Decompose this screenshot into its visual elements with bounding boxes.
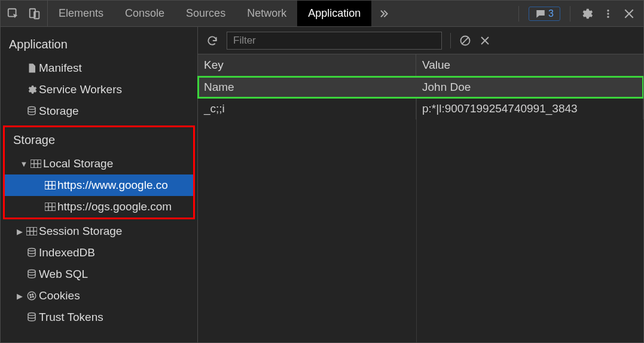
svg-point-30 xyxy=(28,313,35,316)
sidebar-item-label: https://www.google.co xyxy=(57,179,168,192)
sidebar-item-trust-tokens[interactable]: Trust Tokens xyxy=(1,307,197,328)
svg-point-25 xyxy=(28,292,36,300)
gear-icon[interactable] xyxy=(580,7,593,20)
svg-point-26 xyxy=(30,295,31,296)
device-toggle-icon[interactable] xyxy=(28,7,41,20)
chevron-right-icon: ▶ xyxy=(15,227,25,236)
sidebar-item-label: https://ogs.google.com xyxy=(57,200,172,213)
sidebar-item-label: Local Storage xyxy=(43,157,113,170)
sidebar-item-label: Service Workers xyxy=(39,83,122,96)
section-storage: Storage xyxy=(5,127,193,153)
cookie-icon xyxy=(25,290,39,301)
grid-icon xyxy=(43,203,57,211)
storage-content: Key Value Name John Doe _c;;i p:*|l:9007… xyxy=(198,27,643,342)
devtools-topbar: Elements Console Sources Network Applica… xyxy=(1,1,643,27)
chevron-right-icon: ▶ xyxy=(15,292,25,301)
topbar-right-icons: 3 xyxy=(510,1,643,26)
sidebar-item-cookies[interactable]: ▶ Cookies xyxy=(1,285,197,307)
tab-application[interactable]: Application xyxy=(297,1,371,26)
storage-table: Key Value Name John Doe _c;;i p:*|l:9007… xyxy=(198,54,643,342)
svg-point-24 xyxy=(28,270,35,273)
svg-point-23 xyxy=(28,249,35,252)
tab-sources[interactable]: Sources xyxy=(175,1,236,26)
svg-point-3 xyxy=(607,10,609,11)
sidebar-item-session-storage[interactable]: ▶ Session Storage xyxy=(1,220,197,242)
svg-point-4 xyxy=(607,13,609,14)
chat-icon xyxy=(535,8,546,19)
sidebar-item-storage[interactable]: Storage xyxy=(1,100,197,122)
sidebar-item-local-storage[interactable]: ▼ Local Storage xyxy=(5,153,193,174)
database-icon xyxy=(25,106,39,117)
kebab-icon[interactable] xyxy=(603,7,614,20)
section-application: Application xyxy=(1,27,197,57)
sidebar-item-label: Trust Tokens xyxy=(39,311,103,324)
content-toolbar xyxy=(198,27,643,54)
grid-icon xyxy=(29,160,43,168)
tab-elements[interactable]: Elements xyxy=(48,1,114,26)
table-row[interactable]: _c;;i p:*|l:9007199254740991_3843 xyxy=(198,98,643,120)
gear-small-icon xyxy=(25,84,39,95)
svg-point-27 xyxy=(32,294,33,295)
grid-icon xyxy=(43,181,57,189)
svg-point-29 xyxy=(32,296,33,298)
sidebar-item-ls-origin-google[interactable]: https://www.google.co xyxy=(5,174,193,196)
inspect-icon[interactable] xyxy=(7,7,20,20)
sidebar-item-service-workers[interactable]: Service Workers xyxy=(1,79,197,100)
grid-icon xyxy=(25,227,39,235)
highlight-red-box: Storage ▼ Local Storage https://www.goog… xyxy=(3,125,195,219)
clear-icon[interactable] xyxy=(459,35,471,47)
sidebar-item-label: Cookies xyxy=(39,289,80,302)
chevron-down-icon: ▼ xyxy=(19,160,29,169)
database-icon xyxy=(25,269,39,280)
header-value[interactable]: Value xyxy=(416,54,643,76)
table-header: Key Value xyxy=(198,54,643,76)
svg-point-28 xyxy=(30,296,32,298)
refresh-icon[interactable] xyxy=(206,35,218,47)
sidebar-item-manifest[interactable]: Manifest xyxy=(1,57,197,79)
svg-line-32 xyxy=(462,37,469,44)
svg-point-5 xyxy=(607,16,609,17)
sidebar-item-ls-origin-ogs[interactable]: https://ogs.google.com xyxy=(5,196,193,218)
header-key[interactable]: Key xyxy=(198,54,416,76)
table-row[interactable]: Name John Doe xyxy=(198,76,643,98)
messages-count: 3 xyxy=(548,8,554,19)
more-tabs-button[interactable] xyxy=(371,9,395,19)
cell-value[interactable]: p:*|l:9007199254740991_3843 xyxy=(416,98,643,120)
sidebar-item-indexeddb[interactable]: IndexedDB xyxy=(1,242,197,264)
sidebar-item-websql[interactable]: Web SQL xyxy=(1,264,197,285)
tab-network[interactable]: Network xyxy=(236,1,297,26)
delete-icon[interactable] xyxy=(480,35,490,46)
messages-badge[interactable]: 3 xyxy=(529,7,560,21)
sidebar-item-label: Web SQL xyxy=(39,268,88,281)
svg-point-6 xyxy=(28,107,35,110)
file-icon xyxy=(25,62,39,74)
cell-value[interactable]: John Doe xyxy=(416,76,494,98)
tab-console[interactable]: Console xyxy=(114,1,175,26)
sidebar-item-label: Session Storage xyxy=(39,225,122,238)
database-icon xyxy=(25,247,39,258)
topbar-left-icons xyxy=(1,1,48,26)
close-icon[interactable] xyxy=(623,8,635,20)
cell-key[interactable]: Name xyxy=(198,76,416,98)
filter-input[interactable] xyxy=(227,32,442,50)
sidebar-item-label: Storage xyxy=(39,105,79,118)
devtools-tabs: Elements Console Sources Network Applica… xyxy=(48,1,371,26)
application-sidebar: Application Manifest Service Workers xyxy=(1,27,198,342)
database-icon xyxy=(25,312,39,323)
sidebar-item-label: IndexedDB xyxy=(39,246,95,259)
cell-key[interactable]: _c;;i xyxy=(198,98,416,120)
table-body: Name John Doe _c;;i p:*|l:90071992547409… xyxy=(198,76,643,342)
sidebar-item-label: Manifest xyxy=(39,62,82,75)
